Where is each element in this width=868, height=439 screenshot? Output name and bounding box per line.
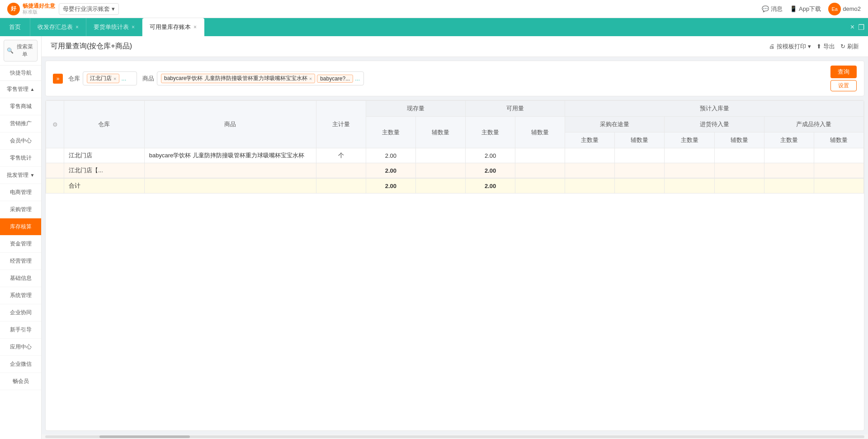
close-window-btn[interactable]: × [850,23,854,31]
search-menu-label: 搜索菜单 [15,43,34,58]
sidebar-item-wholesale-mgmt[interactable]: 批发管理 ▼ [0,167,41,184]
warehouse-input[interactable]: 江北门店 × ... [83,71,137,85]
refresh-btn[interactable]: ↻ 刷新 [840,42,859,51]
sidebar-item-member-center[interactable]: 会员中心 [0,132,41,150]
th-avail-main: 主数量 [466,117,515,148]
print-btn[interactable]: 🖨 按模板打印 ▾ [769,42,811,51]
industry-select[interactable]: 母婴行业演示账套 ▾ [59,3,119,15]
th-expected-in-group: 预计入库量 [565,101,864,117]
tab-order-stats-close[interactable]: × [132,24,135,30]
industry-dropdown-icon: ▾ [112,5,115,12]
sidebar-item-system-mgmt[interactable]: 系统管理 [0,287,41,304]
row1-avail-main: 2.00 [466,148,515,163]
tab-available-stock-close[interactable]: × [193,24,197,30]
sidebar-item-retail-mgmt[interactable]: 零售管理 ▲ [0,81,41,98]
sidebar-item-ops-mgmt[interactable]: 经营管理 [0,253,41,270]
footer-pur-transit-sub [615,178,665,194]
row1-pur-transit-sub [615,148,665,163]
settings-btn[interactable]: 设置 [830,80,857,91]
export-icon: ⬆ [816,43,821,50]
query-btn[interactable]: 查询 [830,66,857,78]
sidebar-item-basic-info[interactable]: 基础信息 [0,270,41,287]
product-tag-2: babycare?... [317,75,353,83]
sidebar-item-new-guide[interactable]: 新手引导 [0,321,41,339]
sidebar-item-enterprise-wechat[interactable]: 企业微信 [0,356,41,373]
message-btn[interactable]: 💬 消息 [762,5,783,13]
row2-warehouse: 江北门店【... [64,163,145,179]
footer-pur-transit-main [565,178,615,194]
row1-warehouse: 江北门店 [64,148,145,163]
sidebar-search-area: 🔍 搜索菜单 [0,36,41,66]
nav-tabs: 首页 收发存汇总表 × 要货单统计表 × 可用量库存账本 × × ❐ [0,18,868,36]
export-label: 导出 [823,42,835,51]
row2-unit [316,163,366,179]
scrollbar-thumb[interactable] [99,435,190,438]
footer-prod-pending-main [764,178,814,194]
restore-window-btn[interactable]: ❐ [858,23,864,32]
footer-unit [316,178,366,194]
sidebar: 🔍 搜索菜单 快捷导航 零售管理 ▲ 零售商城 营销推广 会员中心 零售统计 [0,36,42,439]
horizontal-scrollbar[interactable] [45,435,864,438]
tab-receive-send[interactable]: 收发存汇总表 × [30,18,86,36]
table-body: 江北门店 babycare学饮杯 儿童防摔防撞吸管杯重力球吸嘴杯宝宝水杯 个 2… [46,148,864,179]
sidebar-item-purchase-mgmt[interactable]: 采购管理 [0,201,41,218]
footer-prod-pending-sub [814,178,863,194]
th-pur-pending-sub: 辅数量 [714,132,764,148]
message-label: 消息 [771,5,783,13]
settings-icon: ⚙ [52,121,58,128]
top-bar: 好 畅捷通好生意 标准版 母婴行业演示账套 ▾ 💬 消息 📱 App下载 Ea … [0,0,868,18]
table-row: 江北门店 babycare学饮杯 儿童防摔防撞吸管杯重力球吸嘴杯宝宝水杯 个 2… [46,148,864,163]
row2-pur-transit-main [565,163,615,179]
sidebar-item-inventory-check[interactable]: 库存核算 [0,218,41,236]
row1-avail-sub [515,148,565,163]
footer-stock-main: 2.00 [366,178,415,194]
product-filter-label: 商品 [142,75,154,83]
top-bar-right: 💬 消息 📱 App下载 Ea demo2 [762,3,861,15]
row1-settings [46,148,64,163]
tab-available-stock-label: 可用量库存账本 [150,23,191,31]
sidebar-item-retail-stats[interactable]: 零售统计 [0,150,41,167]
print-dropdown-icon: ▾ [808,43,811,50]
expand-filter-btn[interactable]: » [53,74,63,84]
tab-order-stats[interactable]: 要货单统计表 × [86,18,142,36]
table-wrapper[interactable]: ⚙ 仓库 商品 主计量 现存量 可用量 预计入库量 主数量 辅数量 主数量 辅数… [45,100,864,431]
tab-home[interactable]: 首页 [0,18,30,36]
top-bar-left: 好 畅捷通好生意 标准版 母婴行业演示账套 ▾ [7,3,119,15]
sidebar-items: 零售管理 ▲ 零售商城 营销推广 会员中心 零售统计 批发管理 ▼ 电商管理 [0,81,41,390]
export-btn[interactable]: ⬆ 导出 [816,42,835,51]
sidebar-item-app-center[interactable]: 应用中心 [0,339,41,356]
logo-text: 畅捷通好生意 [23,3,55,9]
product-input[interactable]: babycare学饮杯 儿童防摔防撞吸管杯重力球吸嘴杯宝宝水杯 × babyca… [157,71,364,85]
message-icon: 💬 [762,5,769,12]
footer-stock-sub [415,178,465,194]
page-header: 可用量查询(按仓库+商品) 🖨 按模板打印 ▾ ⬆ 导出 ↻ 刷新 [42,36,868,57]
product-more-btn[interactable]: ... [355,75,360,82]
avatar: Ea [828,3,841,15]
page-actions: 🖨 按模板打印 ▾ ⬆ 导出 ↻ 刷新 [769,42,859,51]
th-stock-sub: 辅数量 [415,117,465,148]
row1-product: babycare学饮杯 儿童防摔防撞吸管杯重力球吸嘴杯宝宝水杯 [144,148,316,163]
tab-receive-send-close[interactable]: × [75,24,79,30]
footer-settings [46,178,64,194]
warehouse-more-btn[interactable]: ... [121,75,126,82]
sidebar-item-ecommerce-mgmt[interactable]: 电商管理 [0,184,41,201]
product-tag-1-remove[interactable]: × [309,76,312,81]
filter-area: » 仓库 江北门店 × ... 商品 babycare学饮杯 儿童防摔防撞吸管杯… [45,61,864,96]
sidebar-item-enterprise-collab[interactable]: 企业协同 [0,304,41,321]
footer-row: 合计 2.00 2.00 [46,178,864,194]
sidebar-item-marketing[interactable]: 营销推广 [0,115,41,132]
sidebar-item-retail-mall[interactable]: 零售商城 [0,98,41,115]
tab-available-stock[interactable]: 可用量库存账本 × [142,18,204,36]
table-row: 江北门店【... 2.00 2.00 [46,163,864,179]
sidebar-item-vip-member[interactable]: 畅会员 [0,373,41,390]
user-area[interactable]: Ea demo2 [828,3,861,15]
row2-avail-sub [515,163,565,179]
footer-avail-main: 2.00 [466,178,515,194]
sidebar-item-capital-mgmt[interactable]: 资金管理 [0,236,41,253]
sidebar-quick-nav[interactable]: 快捷导航 [0,66,41,81]
warehouse-tag-remove[interactable]: × [113,76,116,81]
product-filter-group: 商品 babycare学饮杯 儿童防摔防撞吸管杯重力球吸嘴杯宝宝水杯 × bab… [142,71,364,85]
th-settings: ⚙ [46,101,64,148]
search-menu-btn[interactable]: 🔍 搜索菜单 [4,40,38,61]
app-download-btn[interactable]: 📱 App下载 [790,5,821,13]
